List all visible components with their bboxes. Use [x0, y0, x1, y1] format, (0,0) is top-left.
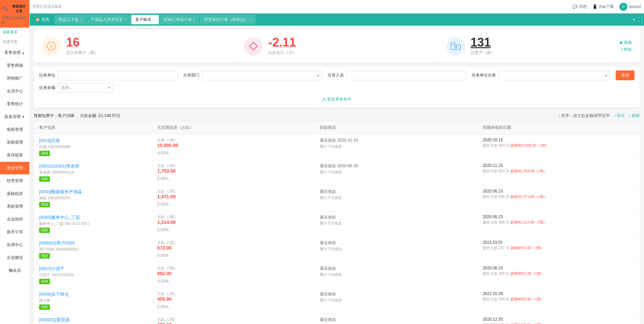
tab-close-purchase-order[interactable]: × [193, 18, 195, 22]
tab-close-product-history[interactable]: × [124, 18, 127, 22]
stat-icon-total-customers [446, 37, 465, 56]
sidebar-item-inventory[interactable]: 库存核算 [0, 149, 29, 162]
filter-input-dept[interactable]: ▾ [202, 71, 322, 80]
overdue-link-2[interactable]: 超期¥1,703.68（1笔） [510, 169, 548, 173]
tag-2: 现销 [39, 176, 50, 182]
sort-label: 排序：按欠款金额倒序排序 [561, 113, 610, 119]
td-customer-7: [0006]去下粮仓 陈小希 现销 [34, 288, 152, 313]
export-icon: ○ [614, 114, 616, 118]
customer-name-6[interactable]: [0007]小进干 [39, 266, 146, 272]
sidebar-item-ecommerce[interactable]: 电商管理 [0, 123, 29, 136]
overdue-link-8[interactable]: 超期¥429.00（1笔） [510, 323, 544, 324]
debt-customers-label: 总欠款客户（家） [66, 50, 99, 56]
debt-amount-7[interactable]: 455.90 [157, 296, 309, 302]
balance-arrow: ▾ [108, 85, 110, 90]
sidebar-item-wechat[interactable]: 企业微信 [0, 252, 29, 264]
debt-amount-5[interactable]: 672.00 [157, 245, 309, 251]
sidebar-item-retail-mall[interactable]: 零售商城 [0, 59, 29, 72]
tab-product-history[interactable]: 产成品入库单历史 × [87, 15, 131, 24]
message-btn[interactable]: 💬 消息 [572, 4, 587, 9]
collapse-button[interactable]: ⋀ 收起更多条件 [39, 95, 635, 104]
result-summary: 搜索结果中，客户16家， 欠款金额 -21,148.07元 [34, 113, 120, 119]
debt-amount-4[interactable]: 1,214.00 [157, 219, 309, 225]
user-avatar[interactable]: D demo2 [619, 3, 641, 11]
td-customer-3: [0003]畅捷服务尹海蕊 海燕 18513066976 现销 [34, 185, 152, 211]
table-row: [0001020001]李老师 李老师 18600391516 现销 欠款（1笔… [34, 160, 640, 185]
sidebar-item-retail-stats[interactable]: 零售统计 [0, 98, 29, 111]
debt-meta-1: 欠款（1笔） [157, 138, 309, 143]
filter-input-person[interactable]: ... [346, 71, 466, 80]
help-icon: ? [621, 47, 623, 52]
td-recovery-5: 最近收款 预计下次收款 [314, 237, 477, 262]
tab-expand[interactable]: ⛶ [638, 17, 643, 22]
sidebar-item-enterprise[interactable]: 企业协同 [0, 213, 29, 226]
video-btn[interactable]: ▶ 视频 [620, 40, 632, 46]
td-customer-5: [000002]用户2050 用户2050 18665062050 现销 [34, 237, 152, 262]
overdue-link-6[interactable]: 超期¥652.00（1笔） [510, 271, 544, 275]
sidebar-item-app-center[interactable]: 应用中心 [0, 239, 29, 252]
customer-name-5[interactable]: [000002]用户2050 [39, 240, 146, 246]
customer-sub-6: 小进干 18279152100 [39, 272, 146, 277]
tab-close-product-off[interactable]: × [80, 18, 82, 22]
tab-product-off[interactable]: 商品上下架 × [54, 15, 86, 24]
message-icon: 💬 [572, 4, 578, 9]
help-label: 帮助 [624, 47, 632, 53]
customer-name-7[interactable]: [0006]去下粮仓 [39, 291, 146, 297]
sidebar-item-members[interactable]: 会员中心 [0, 85, 29, 98]
query-button[interactable]: 查询 [616, 70, 635, 80]
tab-close-all[interactable]: × [633, 17, 635, 22]
customer-name-3[interactable]: [0003]畅捷服务尹海蕊 [39, 189, 146, 195]
customer-name-8[interactable]: [000001]黄思源 [39, 317, 146, 323]
sidebar-item-ops-mgmt[interactable]: 经营管理 [0, 175, 29, 187]
customer-name-1[interactable]: [0016]吕俊 [39, 138, 146, 144]
sidebar-item-sys-mgmt[interactable]: 系统管理 [0, 200, 29, 213]
overdue-link-4[interactable]: 超期¥1,214.00（3笔） [510, 220, 548, 224]
dept-arrow: ▾ [317, 73, 319, 78]
sort-button[interactable]: ↕ 排序：按欠款金额倒序排序 [558, 113, 610, 119]
tab-home[interactable]: 🏠 首页 [31, 15, 54, 24]
th-recovery: 回款情况 [314, 121, 477, 134]
sidebar-item-finance[interactable]: 资金管理 [0, 162, 29, 175]
debt-amount-3[interactable]: 1,471.00 [157, 194, 309, 199]
result-bar: 搜索结果中，客户16家， 欠款金额 -21,148.07元 ↕ 排序：按欠款金额… [34, 112, 640, 121]
filter-input-unit[interactable]: ... [58, 71, 178, 80]
td-recovery-7: 最近收款 预计下次收款 [314, 288, 477, 313]
sidebar-item-basic-info[interactable]: 基础信息 [0, 187, 29, 200]
sidebar-item-vip[interactable]: 畅会员 [0, 264, 29, 277]
debt-amount-6[interactable]: 652.00 [157, 271, 309, 276]
help-btn[interactable]: ? 帮助 [621, 47, 632, 53]
debt-amount-2[interactable]: 1,703.68 [157, 168, 309, 174]
sidebar-item-retail-mgmt[interactable]: 零售管理 ▲ [0, 47, 29, 59]
customer-sub-2: 李老师 18600391516 [39, 170, 146, 175]
th-debt-info: 欠交易信息（占比） [152, 121, 314, 134]
filter-item-person: 分管人员 ... [328, 71, 466, 80]
tab-customer-account[interactable]: 客户账本 × [131, 15, 159, 24]
svg-rect-5 [452, 44, 454, 46]
sidebar-search-area[interactable]: 搜索菜单 [0, 28, 29, 37]
overdue-link-1[interactable]: 超期¥10,000.00（1笔） [510, 143, 550, 147]
overdue-link-5[interactable]: 超期¥672.00（1笔） [510, 246, 544, 250]
filter-input-unit-class[interactable]: ▾ [499, 71, 610, 80]
tab-close-purchase-stat[interactable]: × [250, 18, 252, 22]
customer-name-4[interactable]: [0002]服务中心_丁磊 [39, 214, 146, 220]
refresh-button[interactable]: ○ 刷新 [629, 113, 640, 119]
filter-input-balance[interactable]: 选择... ▾ [58, 83, 113, 92]
td-debt-6: 欠款（1笔） 652.00 0.00% [152, 262, 314, 288]
sidebar-item-new-guide[interactable]: 新手引导 [0, 226, 29, 239]
overdue-link-7[interactable]: 超期¥455.90（1笔） [510, 297, 544, 301]
tab-purchase-stat[interactable]: 进货单统计表（按商品） × [200, 15, 256, 24]
export-button[interactable]: ○ 导出 [614, 113, 625, 119]
customer-name-2[interactable]: [0001020001]李老师 [39, 163, 146, 169]
debt-amount-8[interactable]: 429.00 [157, 322, 309, 324]
debt-amount-1[interactable]: 10,000.00 [157, 143, 309, 148]
video-icon: ▶ [620, 40, 623, 45]
stat-info-debt-customers: 16 总欠款客户（家） [66, 36, 99, 56]
td-recovery-1: 最近收款 2020-10-15 预计下次收款 [314, 134, 477, 159]
sidebar-item-purchase-mgmt[interactable]: 采购管理 [0, 136, 29, 149]
app-download-btn[interactable]: 📱 App下载 [592, 4, 614, 9]
overdue-link-3[interactable]: 超期¥1,471.00（1笔） [510, 195, 548, 199]
sidebar-item-batch-mgmt[interactable]: 批发管理 ▼ [0, 111, 29, 123]
sidebar-item-marketing[interactable]: 营销推广 [0, 72, 29, 85]
tab-purchase-order[interactable]: 采购订单统计表 × [160, 15, 199, 24]
tab-close-customer-account[interactable]: × [153, 18, 155, 22]
